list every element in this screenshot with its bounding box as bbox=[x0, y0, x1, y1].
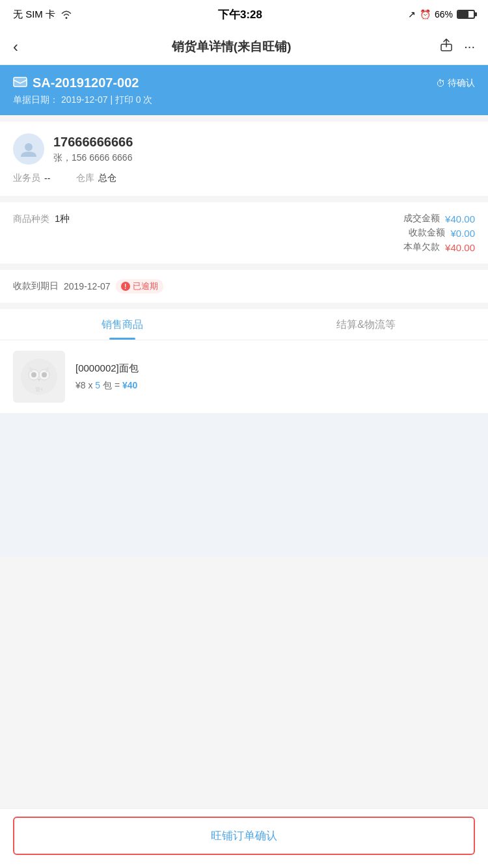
svg-rect-1 bbox=[14, 77, 27, 87]
carrier-text: 无 SIM 卡 bbox=[13, 8, 55, 21]
summary-top: 商品种类 1种 成交金额 ¥40.00 收款金额 ¥0.00 本单欠款 ¥40.… bbox=[13, 213, 475, 253]
order-id-row: SA-20191207-002 ⏱ 待确认 bbox=[13, 75, 475, 90]
warehouse-value: 总仓 bbox=[98, 172, 116, 184]
share-button[interactable] bbox=[439, 38, 454, 55]
summary-section: 商品种类 1种 成交金额 ¥40.00 收款金额 ¥0.00 本单欠款 ¥40.… bbox=[0, 202, 488, 264]
status-right: ↗ ⏰ 66% bbox=[408, 9, 475, 20]
customer-phone: 17666666666 bbox=[53, 135, 475, 150]
transaction-row: 成交金额 ¥40.00 bbox=[403, 213, 475, 224]
page-title: 销货单详情(来自旺铺) bbox=[172, 38, 291, 55]
status-clock-icon: ⏱ bbox=[436, 78, 445, 88]
wifi-icon bbox=[61, 10, 72, 19]
status-time: 下午3:28 bbox=[218, 7, 262, 22]
bottom-bar: 旺铺订单确认 bbox=[0, 808, 488, 868]
order-icon bbox=[13, 75, 27, 90]
header-card: SA-20191207-002 ⏱ 待确认 单据日期： 2019-12-07 |… bbox=[0, 65, 488, 115]
salesman-label: 业务员 bbox=[13, 172, 40, 184]
product-image: 管+ bbox=[20, 357, 59, 396]
alarm-icon: ⏰ bbox=[420, 9, 431, 20]
order-date-row: 单据日期： 2019-12-07 | 打印 0 次 bbox=[13, 94, 475, 106]
warehouse-info: 仓库 总仓 bbox=[76, 172, 116, 184]
status-left: 无 SIM 卡 bbox=[13, 8, 72, 21]
quantity: 5 bbox=[95, 380, 100, 390]
product-thumbnail: 管+ bbox=[13, 351, 65, 403]
unit: 包 bbox=[103, 380, 112, 390]
owed-amount: ¥40.00 bbox=[445, 242, 475, 253]
customer-meta: 业务员 -- 仓库 总仓 bbox=[13, 172, 475, 184]
customer-row: 17666666666 张，156 6666 6666 bbox=[13, 133, 475, 165]
total-price: ¥40 bbox=[122, 380, 137, 390]
tab-sales-products[interactable]: 销售商品 bbox=[0, 309, 244, 340]
receipt-label: 收款金额 bbox=[409, 227, 445, 239]
svg-point-6 bbox=[31, 372, 36, 377]
salesman-value: -- bbox=[44, 173, 50, 183]
confirm-order-button[interactable]: 旺铺订单确认 bbox=[13, 817, 475, 855]
battery-icon bbox=[457, 10, 475, 19]
product-type-value: 1种 bbox=[55, 213, 70, 224]
product-price-row: ¥8 x 5 包 = ¥40 bbox=[75, 380, 475, 392]
tabs-header: 销售商品 结算&物流等 bbox=[0, 309, 488, 340]
overdue-label: 已逾期 bbox=[133, 280, 158, 292]
overdue-badge: ! 已逾期 bbox=[116, 279, 163, 293]
unit-price: ¥8 bbox=[75, 380, 86, 390]
product-info: [0000002]面包 ¥8 x 5 包 = ¥40 bbox=[75, 362, 475, 392]
product-list: 管+ [0000002]面包 ¥8 x 5 包 = ¥40 bbox=[0, 340, 488, 414]
overdue-icon: ! bbox=[121, 282, 130, 291]
customer-section: 17666666666 张，156 6666 6666 业务员 -- 仓库 总仓 bbox=[0, 122, 488, 196]
product-type: 商品种类 1种 bbox=[13, 213, 70, 225]
svg-text:管+: 管+ bbox=[35, 387, 44, 392]
product-item: 管+ [0000002]面包 ¥8 x 5 包 = ¥40 bbox=[0, 340, 488, 414]
receipt-row: 收款金额 ¥0.00 bbox=[409, 227, 475, 239]
owed-label: 本单欠款 bbox=[403, 241, 440, 253]
order-id: SA-20191207-002 bbox=[13, 75, 139, 90]
amounts: 成交金额 ¥40.00 收款金额 ¥0.00 本单欠款 ¥40.00 bbox=[403, 213, 475, 253]
price-sep: x bbox=[88, 380, 95, 390]
order-status: ⏱ 待确认 bbox=[436, 77, 475, 89]
product-name: [0000002]面包 bbox=[75, 362, 475, 375]
due-date-value: 2019-12-07 bbox=[64, 281, 111, 292]
salesman-info: 业务员 -- bbox=[13, 172, 50, 184]
nav-bar: ‹ 销货单详情(来自旺铺) ··· bbox=[0, 29, 488, 65]
warehouse-label: 仓库 bbox=[76, 172, 94, 184]
more-button[interactable]: ··· bbox=[464, 39, 475, 54]
due-date-section: 收款到期日 2019-12-07 ! 已逾期 bbox=[0, 270, 488, 303]
avatar bbox=[13, 133, 44, 165]
svg-point-2 bbox=[25, 143, 33, 151]
product-type-label: 商品种类 bbox=[13, 213, 49, 224]
tabs-section: 销售商品 结算&物流等 bbox=[0, 309, 488, 414]
svg-point-7 bbox=[42, 372, 47, 377]
location-icon: ↗ bbox=[408, 9, 416, 20]
nav-actions: ··· bbox=[439, 38, 475, 55]
content-area bbox=[0, 414, 488, 557]
tab-settlement[interactable]: 结算&物流等 bbox=[244, 309, 488, 340]
status-bar: 无 SIM 卡 下午3:28 ↗ ⏰ 66% bbox=[0, 0, 488, 29]
equals: = bbox=[115, 380, 122, 390]
customer-name: 张，156 6666 6666 bbox=[53, 152, 475, 164]
owed-row: 本单欠款 ¥40.00 bbox=[403, 241, 475, 253]
transaction-amount: ¥40.00 bbox=[445, 213, 475, 224]
receipt-amount: ¥0.00 bbox=[450, 228, 475, 239]
customer-info: 17666666666 张，156 6666 6666 bbox=[53, 135, 475, 164]
transaction-label: 成交金额 bbox=[403, 213, 440, 224]
battery-text: 66% bbox=[435, 9, 453, 20]
back-button[interactable]: ‹ bbox=[8, 33, 23, 61]
due-date-label: 收款到期日 bbox=[13, 280, 59, 292]
